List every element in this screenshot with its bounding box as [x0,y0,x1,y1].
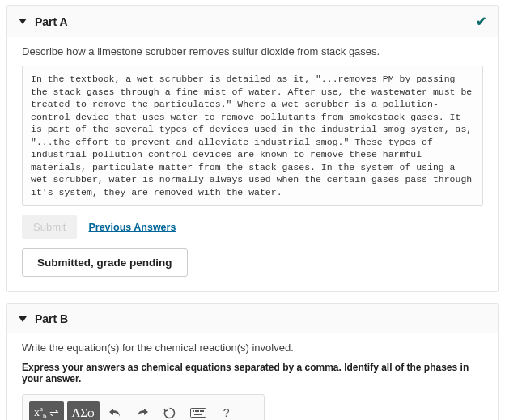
collapse-icon [19,316,27,322]
svg-rect-3 [197,410,199,412]
submit-button: Submit [22,215,77,239]
part-a-title: Part A [35,15,68,28]
collapse-icon [19,19,27,24]
redo-button[interactable] [130,401,155,420]
svg-rect-6 [194,414,202,415]
check-icon: ✔ [476,14,486,29]
equation-editor: xab ⇌ ΑΣφ ? [22,394,265,420]
svg-rect-4 [200,410,202,412]
status-badge: Submitted, grade pending [22,248,188,277]
undo-button[interactable] [103,401,127,420]
svg-rect-1 [193,410,194,412]
part-b-prompt: Write the equation(s) for the chemical r… [22,342,483,354]
part-a-actions: Submit Previous Answers [22,215,483,239]
part-b-title: Part B [35,312,68,325]
part-b-body: Write the equation(s) for the chemical r… [7,333,498,420]
part-a: Part A ✔ Describe how a limestone scrubb… [6,5,499,292]
part-a-body: Describe how a limestone scrubber remove… [7,37,498,291]
part-a-prompt: Describe how a limestone scrubber remove… [22,45,483,57]
part-b-instruction: Express your answers as chemical equatio… [22,362,483,384]
part-b-header[interactable]: Part B [7,304,498,333]
svg-rect-2 [195,410,197,412]
svg-rect-5 [202,410,204,412]
part-a-answer[interactable]: In the textbook, a wet scrubber is detai… [22,66,483,206]
keyboard-icon [190,408,206,418]
reset-button[interactable] [158,401,182,420]
help-button[interactable]: ? [214,401,239,420]
keyboard-button[interactable] [185,401,211,420]
previous-answers-link[interactable]: Previous Answers [88,222,176,233]
part-a-header[interactable]: Part A ✔ [7,6,498,37]
reset-icon [163,407,176,419]
templates-button[interactable]: xab ⇌ [29,401,64,420]
svg-rect-0 [190,409,206,418]
sub-sup-icon: xab [34,405,47,420]
undo-icon [108,407,121,418]
part-b: Part B Write the equation(s) for the che… [6,303,499,420]
equation-toolbar: xab ⇌ ΑΣφ ? [29,401,257,420]
greek-button[interactable]: ΑΣφ [67,401,100,420]
redo-icon [136,407,149,418]
